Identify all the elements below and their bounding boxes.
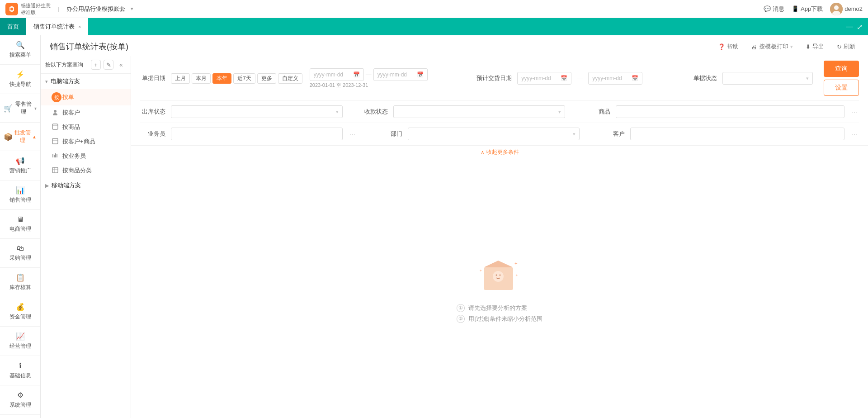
refresh-icon: ↻ (837, 43, 842, 50)
refresh-btn[interactable]: ↻ 刷新 (833, 41, 859, 52)
expected-date-start-input[interactable]: yyyy-mm-dd 📅 (517, 72, 571, 85)
export-btn[interactable]: ⬇ 导出 (802, 41, 828, 52)
scheme-add-btn[interactable]: + (91, 60, 101, 70)
date-btn-custom[interactable]: 自定义 (278, 73, 302, 84)
settings-btn[interactable]: 设置 (824, 80, 859, 96)
empty-illustration: ✦ ✦ ✦ (472, 252, 527, 297)
sidebar-item-wholesale[interactable]: 📦 批发管理 ▲ (0, 123, 40, 151)
scheme-group-pc-header[interactable]: ▾ 电脑端方案 (41, 74, 131, 89)
svg-rect-6 (52, 124, 58, 129)
sidebar-item-basic[interactable]: ℹ 基础信息 (0, 356, 40, 385)
search-icon: 🔍 (16, 41, 25, 49)
print-btn[interactable]: 🖨 按模板打印 ▾ (748, 41, 797, 52)
tab-close-icon[interactable]: × (78, 24, 81, 29)
date-btn-this-year[interactable]: 本年 (212, 73, 231, 84)
app-download-btn[interactable]: 📱 App下载 (792, 5, 823, 13)
scheme-item-by-customer-product[interactable]: 按客户+商品 (41, 134, 131, 149)
expected-date-end-input[interactable]: yyyy-mm-dd 📅 (588, 72, 642, 85)
hint-number-2: ② (457, 315, 465, 323)
scheme-item-by-product[interactable]: 按商品 (41, 120, 131, 134)
sidebar-item-ecommerce[interactable]: 🖥 电商管理 (0, 210, 40, 239)
product-more-btn[interactable]: ··· (850, 108, 859, 115)
scheme-item-by-salesperson[interactable]: 按业务员 (41, 149, 131, 163)
svg-text:✦: ✦ (515, 274, 518, 277)
sidebar-item-retail[interactable]: 🛒 零售管理 ▾ (0, 94, 40, 123)
scheme-panel: 按以下方案查询 + ✎ « ▾ 电脑端方案 按 (41, 56, 131, 418)
logo-area: 畅捷通好生意 标准版 (5, 2, 51, 15)
sidebar-item-business[interactable]: 📈 经营管理 (0, 327, 40, 356)
sidebar-item-purchase[interactable]: 🛍 采购管理 (0, 239, 40, 268)
tab-maximize-btn[interactable]: ⤢ (857, 23, 863, 31)
query-btn[interactable]: 查询 (824, 61, 859, 77)
svg-rect-12 (55, 153, 56, 157)
svg-point-5 (53, 113, 57, 115)
scheme-edit-btn[interactable]: ✎ (104, 60, 113, 70)
page-title: 销售订单统计表(按单) (50, 41, 128, 52)
header-dropdown-arrow[interactable]: ▾ (131, 6, 133, 12)
sidebar-label-search: 搜索菜单 (9, 51, 31, 59)
sidebar-item-quicknav[interactable]: ⚡ 快捷导航 (0, 65, 40, 94)
salesperson-label: 业务员 (140, 130, 165, 138)
date-btn-last-month[interactable]: 上月 (171, 73, 190, 84)
salesperson-more-btn[interactable]: ··· (348, 130, 357, 138)
svg-rect-13 (57, 154, 57, 157)
sidebar-item-marketing[interactable]: 📢 营销推广 (0, 151, 40, 180)
date-start-input[interactable]: yyyy-mm-dd 📅 (310, 68, 364, 81)
sidebar-item-sales[interactable]: 📊 销售管理 (0, 180, 40, 210)
logo-text: 畅捷通好生意 标准版 (21, 2, 51, 15)
sidebar-item-system[interactable]: ⚙ 系统管理 (0, 385, 40, 415)
tab-minimize-btn[interactable]: — (846, 23, 853, 31)
hint-number-1: ① (457, 304, 465, 312)
sidebar-item-inventory[interactable]: 📋 库存核算 (0, 268, 40, 297)
scheme-item-by-order[interactable]: 按 按单 (41, 89, 131, 105)
scheme-group-mobile-arrow: ▶ (45, 183, 49, 189)
salesperson-input[interactable] (171, 128, 343, 140)
filter-actions: 查询 设置 (824, 61, 859, 96)
quicknav-icon: ⚡ (16, 70, 25, 79)
svg-rect-11 (54, 155, 55, 157)
scheme-group-pc-label: 电脑端方案 (51, 77, 80, 86)
empty-hint-2: ② 用[过滤]条件来缩小分析范围 (457, 315, 542, 323)
product-input[interactable] (616, 105, 844, 118)
bill-status-select[interactable]: ▾ (722, 72, 813, 85)
payment-status-select[interactable]: ▾ (393, 105, 565, 118)
department-arrow-icon: ▾ (573, 131, 576, 137)
expected-start-calendar-icon: 📅 (561, 75, 567, 81)
date-btn-last7days[interactable]: 近7天 (233, 73, 255, 84)
customer-more-btn[interactable]: ··· (850, 130, 859, 138)
date-btn-more[interactable]: 更多 (257, 73, 276, 84)
user-menu[interactable]: demo2 (830, 3, 863, 15)
scheme-item-by-category[interactable]: 按商品分类 (41, 163, 131, 178)
help-btn[interactable]: ❓ 帮助 (714, 41, 742, 52)
tab-home[interactable]: 首页 (0, 18, 26, 35)
main-panel: 按以下方案查询 + ✎ « ▾ 电脑端方案 按 (41, 56, 868, 418)
date-end-input[interactable]: yyyy-mm-dd 📅 (373, 68, 428, 81)
basic-icon: ℹ (19, 361, 22, 370)
scheme-group-mobile-label: 移动端方案 (52, 181, 81, 190)
scheme-group-pc-arrow: ▾ (45, 79, 48, 85)
svg-rect-14 (52, 167, 58, 173)
tab-active[interactable]: 销售订单统计表 × (26, 18, 88, 35)
date-btn-this-month[interactable]: 本月 (192, 73, 211, 84)
main-container: 🔍 搜索菜单 ⚡ 快捷导航 🛒 零售管理 ▾ 📦 批发管理 ▲ 📢 营销推广 📊… (0, 35, 868, 418)
svg-point-18 (493, 271, 504, 282)
collapse-conditions-btn[interactable]: ∧ 收起更多条件 (131, 145, 868, 159)
header-left: 畅捷通好生意 标准版 | 办公用品行业模拟账套 ▾ (5, 2, 133, 15)
filter-result-panel: 单据日期 上月 本月 本年 近7天 更多 自定义 (131, 56, 868, 418)
header-right: 💬 消息 📱 App下载 demo2 (764, 3, 863, 15)
sidebar-item-collab[interactable]: 🤝 企业协同 (0, 415, 40, 418)
scheme-group-mobile-header[interactable]: ▶ 移动端方案 (41, 178, 131, 193)
scheme-collapse-btn[interactable]: « (116, 60, 126, 70)
svg-point-19 (496, 274, 497, 276)
sidebar-item-finance[interactable]: 💰 资金管理 (0, 297, 40, 327)
page-title-bar: 销售订单统计表(按单) ❓ 帮助 🖨 按模板打印 ▾ ⬇ 导出 (41, 35, 868, 56)
svg-text:✦: ✦ (514, 261, 518, 266)
department-select[interactable]: ▾ (408, 128, 580, 140)
scheme-item-by-customer[interactable]: 按客户 (41, 105, 131, 120)
delivery-status-select[interactable]: ▾ (171, 105, 343, 118)
delivery-status-label: 出库状态 (140, 108, 165, 116)
tab-bar: 首页 销售订单统计表 × — ⤢ (0, 18, 868, 35)
customer-input[interactable] (630, 128, 845, 140)
message-btn[interactable]: 💬 消息 (764, 5, 784, 13)
sidebar-item-search[interactable]: 🔍 搜索菜单 (0, 35, 40, 65)
